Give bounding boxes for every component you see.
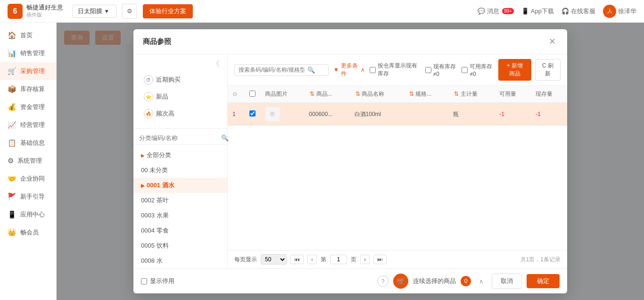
sort-asc-icon[interactable]: ⇅ — [310, 91, 314, 97]
available-nonzero-input[interactable] — [462, 67, 468, 73]
sort-spec-icon[interactable]: ⇅ — [409, 91, 414, 97]
more-filter-button[interactable]: ▼ 更多条件 ∧ — [333, 62, 365, 78]
sidebar-item-operations[interactable]: 📈 经营管理 — [0, 116, 56, 134]
row-spec — [404, 103, 448, 126]
warehouse-filter-checkbox: 按仓库显示现有库存 — [370, 62, 421, 78]
sidebar-label-collab: 企业协同 — [20, 175, 45, 183]
search-toolbar: 🔍 ▼ 更多条件 ∧ 按仓库显示现有库存 — [228, 54, 567, 86]
confirm-button[interactable]: 确定 — [527, 274, 560, 288]
gear-settings-icon[interactable]: ⚙ — [232, 91, 238, 98]
category-tea[interactable]: 0002 茶叶 — [133, 193, 227, 208]
purchase-icon: 🛒 — [8, 67, 17, 75]
nonzero-stock-input[interactable] — [425, 67, 431, 73]
collapse-cart-button[interactable]: ∧ — [476, 275, 487, 287]
add-product-button[interactable]: + 新增商品 — [498, 59, 531, 81]
category-fruit-label: 0003 水果 — [141, 211, 169, 220]
cancel-button[interactable]: 取消 — [492, 274, 522, 289]
sidebar-label-member: 畅会员 — [20, 228, 39, 237]
sidebar-item-apps[interactable]: 📱 应用中心 — [0, 206, 56, 224]
filter-label: 更多条件 — [341, 62, 359, 78]
next-page-button[interactable]: › — [360, 255, 370, 264]
message-button[interactable]: 💬 消息 99+ — [478, 7, 514, 16]
warehouse-filter-input[interactable] — [370, 67, 376, 73]
category-all-label: 全部分类 — [147, 151, 171, 159]
select-all-checkbox[interactable] — [249, 91, 256, 97]
sidebar-label-sales: 销售管理 — [20, 49, 45, 58]
sort-unit-icon[interactable]: ⇅ — [454, 91, 459, 97]
col-available: 可用量 — [495, 86, 531, 103]
col-name: ⇅ 商品名称 — [350, 86, 404, 103]
current-page-input[interactable] — [330, 255, 347, 264]
clock-icon: ⏱ — [144, 75, 153, 84]
trial-button[interactable]: 体验行业方案 — [143, 4, 193, 18]
table-row[interactable]: 1 图 000 — [228, 103, 567, 126]
username: 徐泽华 — [618, 7, 636, 16]
sidebar-label-finance: 资金管理 — [20, 103, 45, 111]
category-search-input[interactable] — [139, 134, 218, 142]
sidebar-item-finance[interactable]: 💰 资金管理 — [0, 98, 56, 116]
avatar: 人 — [603, 5, 616, 18]
logo-line2: 插件版 — [26, 11, 63, 18]
apps-icon: 📱 — [8, 210, 17, 219]
col-spec-label: 规格... — [415, 91, 431, 97]
sidebar-item-collab[interactable]: 🤝 企业协同 — [0, 170, 56, 188]
category-liquor[interactable]: ▶ 0001 酒水 — [133, 178, 227, 193]
row-code: 000600... — [304, 103, 349, 126]
sidebar-item-basics[interactable]: 📋 基础信息 — [0, 134, 56, 152]
modal-footer: 显示停用 ? 🛒 连续选择的商品 0 ∧ 取消 确定 — [133, 268, 567, 293]
quick-filter-recent-label: 近期购买 — [156, 75, 181, 84]
row-image-cell: 图 — [260, 103, 304, 126]
store-selector[interactable]: 日太阳膜 ▾ — [73, 5, 116, 18]
member-icon: 👑 — [8, 228, 17, 237]
sidebar: 🏠 首页 📊 销售管理 🛒 采购管理 📦 库存核算 💰 资金管理 📈 经营管理 … — [0, 23, 57, 300]
show-disabled-checkbox[interactable] — [141, 278, 147, 284]
row-checkbox[interactable] — [249, 110, 256, 117]
sidebar-item-home[interactable]: 🏠 首页 — [0, 26, 56, 44]
col-name-label: 商品名称 — [362, 91, 384, 97]
app-download-button[interactable]: 📱 App下载 — [521, 7, 554, 16]
sidebar-item-purchase[interactable]: 🛒 采购管理 — [0, 62, 56, 80]
refresh-button[interactable]: C 刷新 — [535, 59, 561, 81]
nonzero-stock-label: 现有库存≠0 — [433, 63, 457, 77]
quick-filter-recent[interactable]: ⏱ 近期购买 — [139, 72, 222, 88]
category-snack[interactable]: 0004 零食 — [133, 223, 227, 238]
col-unit-label: 主计量 — [461, 91, 478, 97]
help-icon[interactable]: ? — [377, 275, 388, 287]
top-nav: 6 畅捷通好生意 插件版 日太阳膜 ▾ ⚙ 体验行业方案 💬 消息 99+ 📱 … — [0, 0, 644, 23]
category-fruit[interactable]: 0003 水果 — [133, 208, 227, 223]
sidebar-item-sales[interactable]: 📊 销售管理 — [0, 44, 56, 62]
quick-filter-new[interactable]: ⭐ 新品 — [139, 89, 222, 105]
category-tea-label: 0002 茶叶 — [141, 196, 169, 205]
message-label: 消息 — [487, 7, 499, 16]
col-image: 商品图片 — [260, 86, 304, 103]
quick-filter-frequent[interactable]: 🔥 频次高 — [139, 106, 222, 122]
sidebar-label-guide: 新手引导 — [20, 192, 45, 201]
nonzero-stock-checkbox: 现有库存≠0 — [425, 63, 457, 77]
product-search-input[interactable] — [239, 67, 305, 73]
collapse-left-button[interactable]: 《 — [212, 59, 220, 69]
sidebar-label-inventory: 库存核算 — [20, 85, 45, 93]
category-all[interactable]: ▶ 全部分类 — [133, 148, 227, 163]
category-drink[interactable]: 0005 饮料 — [133, 238, 227, 253]
per-page-select[interactable]: 50 100 200 — [261, 254, 287, 265]
category-water[interactable]: 0008 水 — [133, 253, 227, 264]
first-page-button[interactable]: ⏮ — [290, 255, 304, 264]
sort-name-icon[interactable]: ⇅ — [355, 91, 360, 97]
row-available: -1 — [495, 103, 531, 126]
prev-page-button[interactable]: ‹ — [307, 255, 317, 264]
sidebar-item-inventory[interactable]: 📦 库存核算 — [0, 80, 56, 98]
user-profile[interactable]: 人 徐泽华 — [603, 5, 636, 18]
last-page-button[interactable]: ⏭ — [373, 255, 387, 264]
logo-icon: 6 — [8, 4, 23, 19]
sidebar-item-system[interactable]: ⚙ 系统管理 — [0, 152, 56, 170]
modal-close-button[interactable]: ✕ — [546, 36, 558, 47]
customer-service-button[interactable]: 🎧 在线客服 — [561, 7, 595, 16]
sidebar-item-member[interactable]: 👑 畅会员 — [0, 224, 56, 242]
cart-button[interactable]: 🛒 — [393, 274, 408, 289]
settings-button[interactable]: ⚙ — [122, 4, 137, 19]
category-uncategorized[interactable]: 00 未分类 — [133, 163, 227, 178]
sidebar-item-guide[interactable]: 🚩 新手引导 — [0, 188, 56, 206]
search-icon[interactable]: 🔍 — [307, 67, 315, 74]
show-disabled-area: 显示停用 — [141, 277, 174, 285]
guide-icon: 🚩 — [8, 192, 17, 201]
